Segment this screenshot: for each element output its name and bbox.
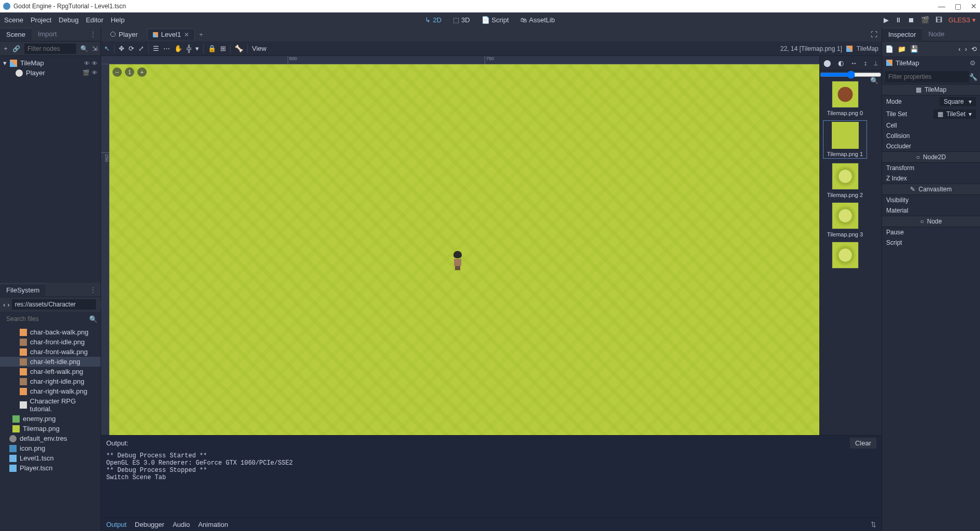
tab-filesystem[interactable]: FileSystem xyxy=(0,284,46,296)
zoom-in-button[interactable]: + xyxy=(137,67,147,77)
pause-button[interactable]: ⏸ xyxy=(895,16,902,24)
file-item[interactable]: char-front-idle.png xyxy=(0,337,101,347)
ruler-tool-icon[interactable]: ╬ xyxy=(187,45,191,52)
file-item[interactable]: Character RPG tutorial. xyxy=(0,396,101,414)
prop-cell[interactable]: Cell xyxy=(882,120,980,131)
viewport-2d[interactable]: 500 750 250 − 1 + xyxy=(101,56,819,435)
menu-editor[interactable]: Editor xyxy=(86,16,104,24)
path-input[interactable] xyxy=(12,299,96,310)
stop-button[interactable]: ⏹ xyxy=(908,16,915,24)
file-item[interactable]: char-left-walk.png xyxy=(0,367,101,376)
filter-nodes-input[interactable] xyxy=(24,44,76,54)
bottom-tab-output[interactable]: Output xyxy=(106,521,126,528)
filter-properties-input[interactable] xyxy=(885,71,969,82)
zoom-reset-button[interactable]: 1 xyxy=(125,67,134,77)
zoom-out-button[interactable]: − xyxy=(112,67,122,77)
menu-project[interactable]: Project xyxy=(31,16,51,24)
play-scene-button[interactable]: 🎬 xyxy=(921,16,929,24)
file-item-selected[interactable]: char-left-idle.png xyxy=(0,357,101,367)
tab-inspector[interactable]: Inspector xyxy=(882,28,922,40)
minimize-button[interactable]: — xyxy=(938,2,945,10)
view-menu[interactable]: View xyxy=(252,45,266,52)
scale-tool-icon[interactable]: ⤢ xyxy=(138,45,144,52)
snap-icon[interactable]: ▾ xyxy=(195,45,199,52)
lock-icon[interactable]: 👁 xyxy=(92,60,97,66)
close-button[interactable]: ✕ xyxy=(971,2,977,10)
dock-options-icon[interactable]: ⋮ xyxy=(86,30,101,38)
section-canvasitem[interactable]: ✎ CanvasItem xyxy=(882,184,980,195)
play-custom-button[interactable]: 🎞 xyxy=(935,16,942,24)
bone-icon[interactable]: 🦴 xyxy=(235,45,243,52)
prop-pause[interactable]: Pause xyxy=(882,227,980,237)
select-tool-icon[interactable]: ↖ xyxy=(104,45,110,52)
canvas-grass[interactable] xyxy=(109,64,819,435)
visibility-icon[interactable]: 👁 xyxy=(92,69,97,76)
prop-material[interactable]: Material xyxy=(882,205,980,216)
section-tilemap[interactable]: ▦ TileMap xyxy=(882,84,980,95)
history-forward-icon[interactable]: › xyxy=(965,45,967,53)
section-node2d[interactable]: ○ Node2D xyxy=(882,151,980,163)
node-player[interactable]: Player 🎬👁 xyxy=(0,68,101,78)
file-item[interactable]: icon.png xyxy=(0,443,101,453)
paint-tool-icon[interactable]: ⬤ xyxy=(823,59,831,67)
workspace-script[interactable]: 📄 Script xyxy=(478,15,512,25)
tile-item-1[interactable]: Tilemap.png 1 xyxy=(823,120,867,159)
distraction-free-icon[interactable]: ⛶ xyxy=(871,31,877,38)
prop-zindex[interactable]: Z Index xyxy=(882,173,980,184)
collapse-icon[interactable]: ⇲ xyxy=(92,44,97,54)
output-log[interactable]: ** Debug Process Started ** OpenGL ES 3.… xyxy=(101,450,882,518)
filesystem-search-input[interactable] xyxy=(3,314,89,324)
save-resource-icon[interactable]: 💾 xyxy=(910,45,918,53)
tab-import[interactable]: Import xyxy=(32,28,63,40)
forward-button[interactable]: › xyxy=(7,301,9,309)
prop-occluder[interactable]: Occluder xyxy=(882,141,980,151)
move-tool-icon[interactable]: ✥ xyxy=(119,45,124,52)
file-item[interactable]: Tilemap.png xyxy=(0,424,101,434)
line-tool-icon[interactable]: ↔ xyxy=(850,59,857,67)
scene-tab-player[interactable]: Player xyxy=(105,29,143,40)
bottom-tab-animation[interactable]: Animation xyxy=(198,521,228,528)
bucket-tool-icon[interactable]: ◐ xyxy=(838,59,844,67)
picker-tool-icon[interactable]: ⟂ xyxy=(874,59,878,67)
play-button[interactable]: ▶ xyxy=(884,16,889,24)
file-item[interactable]: char-right-walk.png xyxy=(0,386,101,396)
rotate-tool-icon[interactable]: ⟳ xyxy=(129,45,134,52)
menu-debug[interactable]: Debug xyxy=(59,16,78,24)
load-resource-icon[interactable]: 📁 xyxy=(898,45,906,53)
history-back-icon[interactable]: ‹ xyxy=(958,45,960,53)
workspace-assetlib[interactable]: 🛍 AssetLib xyxy=(517,15,558,25)
lock-icon[interactable]: 🔒 xyxy=(208,45,216,52)
prop-visibility[interactable]: Visibility xyxy=(882,195,980,205)
close-tab-button[interactable]: ✕ xyxy=(184,31,189,38)
section-node[interactable]: ○ Node xyxy=(882,216,980,227)
dock-options-icon[interactable]: ⋮ xyxy=(86,286,101,294)
rect-tool-icon[interactable]: ↕ xyxy=(864,59,868,67)
file-item[interactable]: Player.tscn xyxy=(0,463,101,473)
workspace-2d[interactable]: ↳ 2D xyxy=(422,15,445,25)
file-item[interactable]: char-right-idle.png xyxy=(0,376,101,386)
history-menu-icon[interactable]: ⟲ xyxy=(971,45,977,53)
new-resource-icon[interactable]: 📄 xyxy=(885,45,893,53)
object-options-icon[interactable]: ⚙ xyxy=(970,59,976,67)
add-node-button[interactable]: + xyxy=(3,44,8,54)
chevron-down-icon[interactable]: ▾ xyxy=(969,98,972,105)
bottom-tab-audio[interactable]: Audio xyxy=(173,521,190,528)
list-tool-icon[interactable]: ☰ xyxy=(153,45,159,52)
file-item[interactable]: default_env.tres xyxy=(0,434,101,443)
expand-icon[interactable]: ▾ xyxy=(3,59,7,67)
file-item[interactable]: char-front-walk.png xyxy=(0,347,101,357)
search-icon[interactable]: 🔍 xyxy=(80,44,88,54)
visibility-icon[interactable]: 👁 xyxy=(84,60,90,66)
menu-help[interactable]: Help xyxy=(111,16,125,24)
add-scene-button[interactable]: + xyxy=(199,31,203,38)
tile-zoom-slider[interactable] xyxy=(820,71,882,79)
renderer-dropdown[interactable]: GLES3 ▾ xyxy=(948,16,976,24)
maximize-button[interactable]: ▢ xyxy=(955,2,961,10)
clear-output-button[interactable]: Clear xyxy=(850,438,876,449)
group-icon[interactable]: ⊞ xyxy=(220,45,226,52)
tools-icon[interactable]: 🔧 xyxy=(969,73,977,81)
bottom-tab-debugger[interactable]: Debugger xyxy=(135,521,164,528)
file-item[interactable]: enemy.png xyxy=(0,414,101,424)
file-item[interactable]: char-back-walk.png xyxy=(0,327,101,337)
tile-item-4[interactable] xyxy=(823,242,867,271)
